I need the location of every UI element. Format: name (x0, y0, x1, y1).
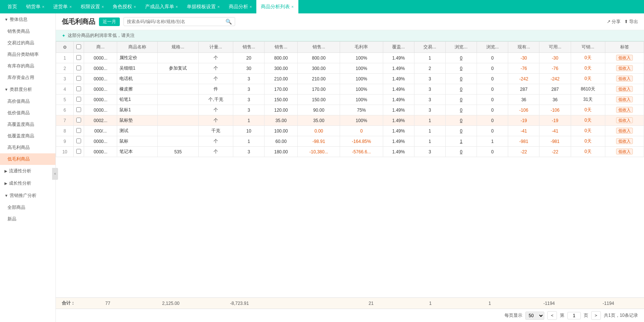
pagination-bar: 每页显示 50 20 100 ＜ 第 页 ＞ 共1页，10条记录 (56, 309, 644, 322)
close-icon[interactable]: × (42, 4, 44, 9)
col-available[interactable]: 可用... (539, 42, 571, 53)
col-browse2[interactable]: 浏览... (477, 42, 508, 53)
row-checkbox[interactable] (74, 53, 84, 63)
next-page-button[interactable]: ＞ (591, 311, 601, 320)
sidebar-item-all-products[interactable]: 全部商品 (0, 202, 55, 213)
sidebar-item-stock-capital[interactable]: 库存资金占用 (0, 72, 55, 83)
col-current-stock[interactable]: 现有... (508, 42, 539, 53)
row-code: 0000... (84, 53, 117, 63)
sidebar-item-sales-products[interactable]: 销售类商品 (0, 26, 55, 37)
row-checkbox[interactable] (74, 115, 84, 126)
row-browse1[interactable]: 0 (445, 115, 477, 126)
sidebar-item-high-margin[interactable]: 高毛利商品 (0, 142, 55, 153)
row-checkbox[interactable] (74, 105, 84, 115)
close-icon[interactable]: × (176, 4, 178, 9)
col-sales-profit[interactable]: 销售... (298, 42, 340, 53)
row-browse1[interactable]: 0 (445, 53, 477, 63)
col-checkbox[interactable] (74, 42, 84, 53)
close-icon[interactable]: × (102, 4, 104, 9)
row-browse1[interactable]: 0 (445, 74, 477, 84)
row-sales-profit: 35.00 (298, 115, 340, 126)
sidebar-item-low-value[interactable]: 低价值商品 (0, 107, 55, 119)
row-trade-count: 1 (414, 115, 445, 126)
col-name[interactable]: 商品名称 (117, 42, 158, 53)
close-icon[interactable]: × (217, 4, 220, 9)
row-checkbox[interactable] (74, 95, 84, 105)
share-button[interactable]: ↗ 分享 (607, 19, 621, 25)
row-checkbox[interactable] (74, 136, 84, 147)
select-all-checkbox[interactable] (76, 44, 81, 49)
search-icon[interactable]: 🔍 (225, 19, 232, 25)
col-sales-qty[interactable]: 销售... (233, 42, 265, 53)
row-name: 鼠标垫 (117, 115, 158, 126)
sidebar-group-overall[interactable]: ▼ 整体信息 (0, 13, 55, 26)
row-checkbox[interactable] (74, 63, 84, 74)
col-settings[interactable]: ⚙ (56, 42, 74, 53)
nav-item-product-entry[interactable]: 产成品入库单 × (141, 0, 182, 13)
col-browse1[interactable]: 浏览... (445, 42, 477, 53)
sidebar-group-cluster[interactable]: ▼ 类群度分析 (0, 83, 55, 96)
time-filter-button[interactable]: 近一月 (99, 17, 120, 26)
close-icon[interactable]: × (134, 4, 136, 9)
row-sales-qty: 10 (233, 126, 265, 136)
nav-item-purchase[interactable]: 进货单 × (49, 0, 76, 13)
col-cover-rate[interactable]: 覆盖... (383, 42, 414, 53)
sidebar-item-in-stock[interactable]: 有库存的商品 (0, 60, 55, 72)
row-code: 0000... (84, 147, 117, 157)
row-browse1[interactable]: 1 (445, 136, 477, 147)
row-index: 7 (56, 115, 74, 126)
row-checkbox[interactable] (74, 74, 84, 84)
sidebar-item-high-coverage[interactable]: 高覆盖度商品 (0, 119, 55, 130)
row-browse1[interactable]: 0 (445, 126, 477, 136)
export-button[interactable]: ⬆ 导出 (624, 19, 638, 25)
col-code[interactable]: 商... (84, 42, 117, 53)
row-browse1[interactable]: 0 (445, 105, 477, 115)
col-spec[interactable]: 规格... (158, 42, 198, 53)
nav-item-roles[interactable]: 角色授权 × (108, 0, 140, 13)
nav-item-permissions[interactable]: 权限设置 × (76, 0, 108, 13)
col-tag[interactable]: 标签 (605, 42, 644, 53)
col-gross-rate[interactable]: 毛利率 (340, 42, 383, 53)
sidebar-item-new-products[interactable]: 新品 (0, 213, 55, 225)
nav-item-home[interactable]: 首页 (3, 0, 22, 13)
sidebar-item-category-assist[interactable]: 商品分类助销率 (0, 49, 55, 60)
col-unit[interactable]: 计量... (198, 42, 233, 53)
row-cover-rate: 1.49% (383, 115, 414, 126)
col-saleable[interactable]: 可销... (571, 42, 605, 53)
col-sales-amt[interactable]: 销售... (265, 42, 298, 53)
row-tag: 低收入 (605, 53, 644, 63)
page-size-select[interactable]: 50 20 100 (525, 312, 544, 320)
col-trade-count[interactable]: 交易... (414, 42, 445, 53)
close-icon[interactable]: × (250, 4, 252, 9)
row-index: 6 (56, 105, 74, 115)
sidebar-item-low-coverage[interactable]: 低覆盖度商品 (0, 130, 55, 142)
close-icon[interactable]: × (69, 4, 71, 9)
row-current-stock: -19 (508, 115, 539, 126)
row-sales-profit: -98.91 (298, 136, 340, 147)
sidebar-item-low-margin[interactable]: 低毛利商品 (0, 153, 55, 165)
sidebar-group-marketing[interactable]: ▼ 营销推广分析 (0, 189, 55, 202)
row-checkbox[interactable] (74, 126, 84, 136)
close-icon[interactable]: × (291, 4, 294, 9)
row-browse2: 0 (477, 115, 508, 126)
nav-item-product-analysis[interactable]: 商品分析 × (224, 0, 256, 13)
row-browse1[interactable]: 0 (445, 95, 477, 105)
row-browse1[interactable]: 0 (445, 63, 477, 74)
sidebar-group-growth[interactable]: ▶ 成长性分析 (0, 177, 55, 189)
nav-item-product-analysis-list[interactable]: 商品分析列表 × (256, 0, 298, 13)
row-checkbox[interactable] (74, 147, 84, 157)
nav-item-template[interactable]: 单据模板设置 × (182, 0, 224, 13)
search-input[interactable] (127, 19, 225, 24)
nav-item-sales[interactable]: 销货单 × (22, 0, 49, 13)
sidebar-group-circulation[interactable]: ▶ 流通性分析 (0, 165, 55, 177)
sidebar-collapse-button[interactable]: « (52, 168, 58, 180)
row-unit: 个 (198, 53, 233, 63)
sidebar-item-traded-products[interactable]: 交易过的商品 (0, 37, 55, 49)
row-checkbox[interactable] (74, 84, 84, 95)
row-browse1[interactable]: 0 (445, 147, 477, 157)
page-number-input[interactable] (567, 312, 581, 319)
row-sales-qty: 20 (233, 53, 265, 63)
sidebar-item-high-value[interactable]: 高价值商品 (0, 96, 55, 107)
prev-page-button[interactable]: ＜ (547, 311, 557, 320)
row-browse1[interactable]: 0 (445, 84, 477, 95)
